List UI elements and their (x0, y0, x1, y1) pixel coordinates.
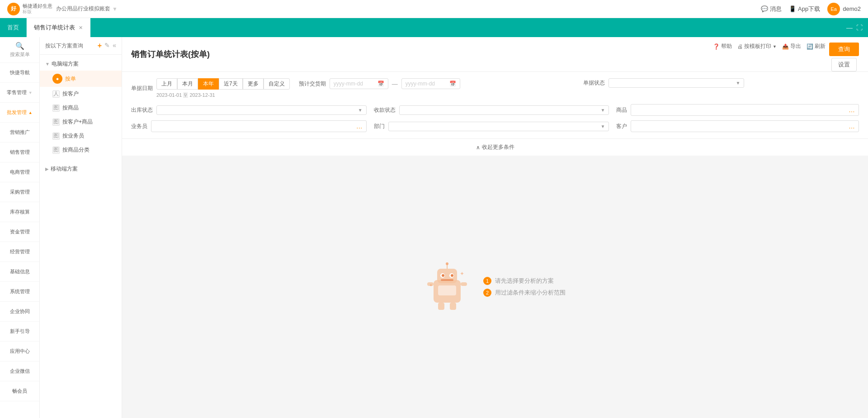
customer-select[interactable]: … (631, 120, 859, 132)
department-group: 部门 ▼ (374, 120, 617, 132)
refresh-btn[interactable]: 🔄 刷新 (807, 43, 826, 50)
sidebar-item-sales[interactable]: 销售管理 (0, 142, 39, 162)
export-btn[interactable]: 📤 导出 (782, 43, 801, 50)
product-select[interactable]: … (631, 104, 859, 116)
tab-sales-order-stats[interactable]: 销售订单统计表 ✕ (27, 18, 90, 37)
sidebar-item-operations[interactable]: 经营管理 (0, 242, 39, 262)
empty-content: ✦ ✦ 1 请先选择要分析的方案 2 用过滤条件来缩小分析范围 (425, 262, 566, 312)
tree-parent-desktop[interactable]: ▼ 电脑端方案 (40, 57, 122, 71)
tree-child-by-product-category[interactable]: 图 按商品分类 (40, 143, 122, 157)
order-status-group: 单据状态 ▼ (583, 78, 859, 88)
sidebar-item-finance[interactable]: 资金管理 (0, 222, 39, 242)
salesperson-select[interactable]: … (151, 120, 367, 132)
date-controls: 上月 本月 本年 近7天 更多 自定义 2023-01-01 至 2023-12… (156, 78, 290, 99)
product-group: 商品 … (616, 104, 859, 116)
tree-section-desktop: ▼ 电脑端方案 ● 按单 人 按客户 图 按商品 图 按客 (40, 55, 122, 160)
expected-date-start[interactable]: yyyy-mm-dd 📅 (330, 78, 388, 89)
messages-btn[interactable]: 💬 消息 (761, 5, 782, 13)
collapse-panel-btn[interactable]: « (113, 42, 116, 50)
collapse-bar[interactable]: ∧ 收起更多条件 (122, 138, 868, 156)
expected-date-group: 预计交货期 yyyy-mm-dd 📅 — yyyy-mm-dd 📅 (299, 78, 575, 89)
tree-parent-mobile[interactable]: ▶ 移动端方案 (40, 162, 122, 176)
shipment-status-group: 出库状态 ▼ (131, 104, 374, 116)
sidebar-item-newbie[interactable]: 新手引导 (0, 322, 39, 342)
payment-status-select[interactable]: ▼ (399, 105, 609, 115)
left-panel: 按以下方案查询 + ✎ « ▼ 电脑端方案 ● 按单 (40, 37, 122, 418)
date-buttons: 上月 本月 本年 近7天 更多 自定义 (156, 78, 290, 90)
help-btn[interactable]: ❓ 帮助 (713, 43, 732, 50)
empty-hints: 1 请先选择要分析的方案 2 用过滤条件来缩小分析范围 (483, 277, 566, 297)
tree-child-by-customer[interactable]: 人 按客户 (40, 87, 122, 101)
sidebar-item-wholesale[interactable]: 批发管理 ▲ (0, 103, 39, 123)
print-btn[interactable]: 🖨 按模板打印 ▼ (737, 43, 777, 50)
top-bar-right: 💬 消息 📱 App下载 Ea demo2 (761, 3, 861, 15)
edit-scheme-btn[interactable]: ✎ (104, 42, 110, 50)
order-status-select[interactable]: ▼ (609, 78, 744, 88)
sidebar-item-enterprise[interactable]: 企业协同 (0, 302, 39, 322)
date-btn-custom[interactable]: 自定义 (264, 78, 290, 90)
product-icon: 图 (52, 104, 60, 112)
sidebar-item-basic[interactable]: 基础信息 (0, 262, 39, 282)
sidebar-item-app-center[interactable]: 应用中心 (0, 342, 39, 361)
add-scheme-btn[interactable]: + (98, 42, 102, 50)
department-select[interactable]: ▼ (388, 122, 609, 131)
date-btn-this-year[interactable]: 本年 (198, 78, 219, 90)
message-icon: 💬 (761, 5, 768, 12)
expected-date-end[interactable]: yyyy-mm-dd 📅 (401, 78, 460, 89)
date-range-text: 2023-01-01 至 2023-12-31 (156, 92, 290, 99)
sidebar-item-quick-nav[interactable]: 快捷导航 (0, 63, 39, 83)
customer-ellipsis[interactable]: … (849, 123, 855, 130)
tree-child-by-order[interactable]: ● 按单 (40, 71, 122, 87)
sidebar-item-purchase[interactable]: 采购管理 (0, 182, 39, 202)
sidebar-item-system[interactable]: 系统管理 (0, 282, 39, 302)
left-panel-actions: + ✎ « (98, 42, 116, 50)
help-icon: ❓ (713, 43, 720, 50)
settings-button[interactable]: 设置 (831, 58, 857, 71)
svg-text:✦: ✦ (460, 271, 464, 277)
app-download-btn[interactable]: 📱 App下载 (789, 5, 820, 13)
salesperson-ellipsis[interactable]: … (356, 123, 363, 130)
active-badge: ● (52, 74, 62, 84)
date-btn-more[interactable]: 更多 (243, 78, 264, 90)
main-layout: 🔍 搜索菜单 快捷导航 零售管理 ▼ 批发管理 ▲ 营销推广 销售管理 电商管理… (0, 37, 868, 418)
customer-label: 客户 (616, 123, 627, 130)
empty-state: ✦ ✦ 1 请先选择要分析的方案 2 用过滤条件来缩小分析范围 (122, 156, 868, 418)
sidebar-item-vip[interactable]: 畅会员 (0, 381, 39, 401)
query-button[interactable]: 查询 (829, 43, 859, 56)
shipment-status-select[interactable]: ▼ (156, 105, 367, 115)
product-ellipsis[interactable]: … (849, 106, 855, 114)
page-header-right: ❓ 帮助 🖨 按模板打印 ▼ 📤 导出 🔄 (713, 43, 859, 71)
tab-home[interactable]: 首页 (0, 18, 27, 37)
sidebar-item-ecommerce[interactable]: 电商管理 (0, 162, 39, 182)
sidebar-item-enterprise-wechat[interactable]: 企业微信 (0, 361, 39, 381)
empty-robot-icon: ✦ ✦ (425, 262, 470, 312)
user-area[interactable]: Ea demo2 (827, 3, 861, 15)
svg-point-5 (451, 274, 453, 277)
payment-status-arrow: ▼ (600, 108, 605, 113)
date-dash: — (392, 81, 398, 87)
tree-parent-label: 电脑端方案 (52, 60, 79, 68)
avatar: Ea (827, 3, 840, 15)
filter-row-1: 单据日期 上月 本月 本年 近7天 更多 自定义 2023-01-01 至 20… (131, 78, 859, 99)
svg-point-7 (446, 262, 448, 265)
sidebar-item-retail[interactable]: 零售管理 ▼ (0, 83, 39, 103)
date-filter-label: 单据日期 (131, 85, 153, 92)
date-btn-this-month[interactable]: 本月 (177, 78, 198, 90)
tab-maximize-icon[interactable]: ⛶ (856, 24, 863, 31)
tree-child-by-salesperson[interactable]: 图 按业务员 (40, 129, 122, 143)
tree-child-by-product[interactable]: 图 按商品 (40, 101, 122, 115)
department-arrow: ▼ (600, 124, 605, 129)
product-category-icon: 图 (52, 147, 60, 154)
customer-icon: 人 (52, 90, 60, 98)
sidebar-item-search[interactable]: 🔍 搜索菜单 (0, 37, 39, 63)
page-title: 销售订单统计表(按单) (131, 49, 210, 65)
salesperson-label: 业务员 (131, 123, 147, 130)
sidebar-item-marketing[interactable]: 营销推广 (0, 123, 39, 142)
tab-close-icon[interactable]: ✕ (79, 25, 83, 31)
date-btn-last-month[interactable]: 上月 (156, 78, 177, 90)
sidebar-item-inventory[interactable]: 库存核算 (0, 202, 39, 222)
tab-minimize-icon[interactable]: — (846, 24, 853, 31)
page-header: 销售订单统计表(按单) ❓ 帮助 🖨 按模板打印 ▼ 📤 (122, 37, 868, 72)
tree-child-by-customer-product[interactable]: 图 按客户+商品 (40, 115, 122, 129)
date-btn-last-7[interactable]: 近7天 (219, 78, 243, 90)
